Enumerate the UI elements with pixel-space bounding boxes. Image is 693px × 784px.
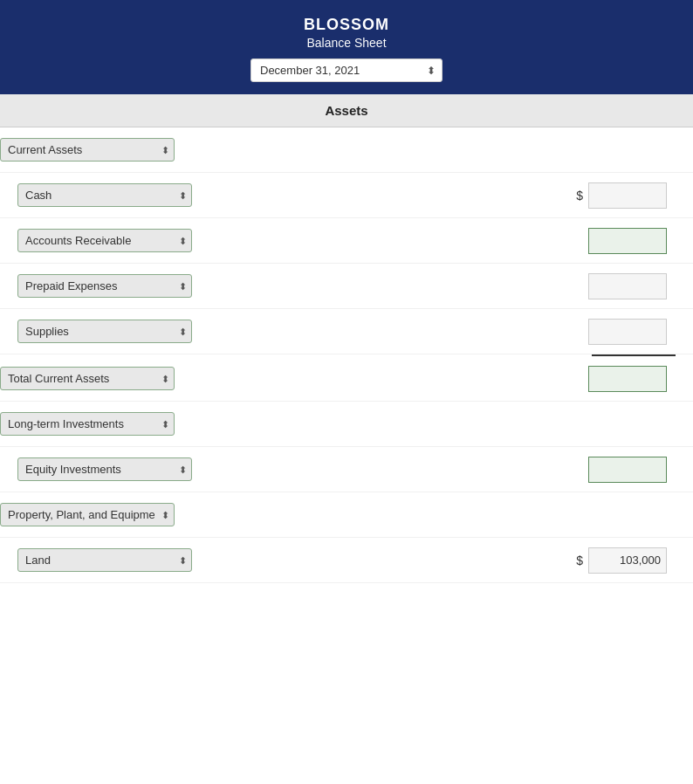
equity-investments-select[interactable]: Equity Investments <box>17 457 192 481</box>
total-underline <box>592 354 676 356</box>
prepaid-expenses-input[interactable] <box>588 273 667 299</box>
cash-select[interactable]: Cash <box>17 183 192 207</box>
prepaid-expenses-select[interactable]: Prepaid Expenses <box>17 274 192 298</box>
accounts-receivable-select-wrapper[interactable]: Accounts Receivable <box>17 229 192 252</box>
total-current-assets-select-wrapper[interactable]: Total Current Assets <box>0 367 175 390</box>
supplies-label-container: Supplies <box>0 320 183 343</box>
prepaid-expenses-select-wrapper[interactable]: Prepaid Expenses <box>17 274 192 298</box>
supplies-input[interactable] <box>588 319 667 345</box>
property-plant-equipment-row: Property, Plant, and Equipment <box>0 492 693 538</box>
equity-investments-row: Equity Investments <box>0 447 693 492</box>
cash-dollar-sign: $ <box>576 189 583 203</box>
total-current-assets-select[interactable]: Total Current Assets <box>0 367 175 390</box>
long-term-investments-select[interactable]: Long-term Investments <box>0 412 175 436</box>
supplies-select-wrapper[interactable]: Supplies <box>17 320 192 343</box>
current-assets-select-wrapper[interactable]: Current Assets <box>0 138 175 162</box>
total-current-assets-row: Total Current Assets <box>0 356 693 402</box>
current-assets-row: Current Assets <box>0 127 693 173</box>
supplies-row: Supplies <box>0 309 693 354</box>
cash-row: Cash $ <box>0 173 693 218</box>
date-selector[interactable]: December 31, 2021 December 31, 2020 <box>250 58 443 82</box>
equity-investments-input[interactable] <box>588 457 667 483</box>
total-current-assets-input[interactable] <box>588 366 667 392</box>
land-dollar-sign: $ <box>576 554 583 567</box>
land-row: Land $ <box>0 538 693 583</box>
date-select-container[interactable]: December 31, 2021 December 31, 2020 <box>250 58 443 82</box>
cash-label-container: Cash <box>0 183 183 207</box>
cash-input[interactable] <box>588 182 667 209</box>
total-current-assets-label-container: Total Current Assets <box>0 367 183 390</box>
equity-investments-label-container: Equity Investments <box>0 457 183 481</box>
property-plant-equipment-select-wrapper[interactable]: Property, Plant, and Equipment <box>0 503 175 526</box>
page-header: BLOSSOM Balance Sheet December 31, 2021 … <box>0 0 693 94</box>
accounts-receivable-label-container: Accounts Receivable <box>0 229 183 252</box>
supplies-select[interactable]: Supplies <box>17 320 192 343</box>
accounts-receivable-row: Accounts Receivable <box>0 218 693 264</box>
accounts-receivable-select[interactable]: Accounts Receivable <box>17 229 192 252</box>
current-assets-select[interactable]: Current Assets <box>0 138 175 162</box>
assets-section-header: Assets <box>0 94 693 127</box>
equity-investments-select-wrapper[interactable]: Equity Investments <box>17 457 192 481</box>
current-assets-label-container: Current Assets <box>0 138 183 162</box>
long-term-investments-label-container: Long-term Investments <box>0 412 183 436</box>
balance-sheet-content: Current Assets Cash $ Accounts Receiva <box>0 127 693 583</box>
long-term-investments-row: Long-term Investments <box>0 402 693 447</box>
report-title: Balance Sheet <box>9 36 684 50</box>
land-label-container: Land <box>0 548 183 572</box>
land-select-wrapper[interactable]: Land <box>17 548 192 572</box>
accounts-receivable-input[interactable] <box>588 228 667 254</box>
property-plant-equipment-select[interactable]: Property, Plant, and Equipment <box>0 503 175 526</box>
land-input[interactable] <box>588 547 667 574</box>
property-plant-equipment-label-container: Property, Plant, and Equipment <box>0 503 183 526</box>
cash-select-wrapper[interactable]: Cash <box>17 183 192 207</box>
prepaid-expenses-label-container: Prepaid Expenses <box>0 274 183 298</box>
company-name: BLOSSOM <box>9 16 684 34</box>
long-term-investments-select-wrapper[interactable]: Long-term Investments <box>0 412 175 436</box>
prepaid-expenses-row: Prepaid Expenses <box>0 264 693 309</box>
land-select[interactable]: Land <box>17 548 192 572</box>
